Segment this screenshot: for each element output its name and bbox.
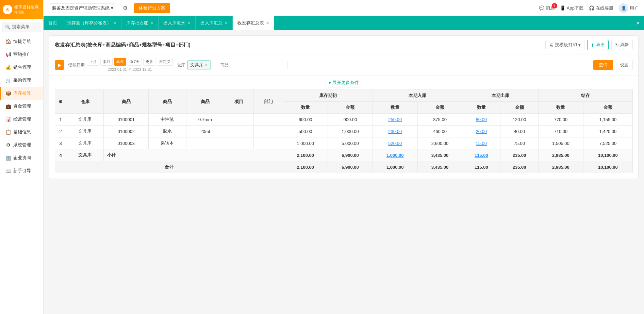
page-content: 收发存汇总表(按仓库+商品编码+商品+规格型号+项目+部门) 🖨 按模板打印 ▾… (44, 30, 644, 314)
row-in-qty[interactable]: 230.00 (373, 126, 417, 137)
total-out-amt: 235.00 (500, 161, 539, 173)
sidebar-item-enterprise[interactable]: 🏢 企业协同 (0, 151, 43, 164)
warehouse-more[interactable]: ... (213, 63, 216, 67)
row-product-name: 采访本 (149, 137, 186, 149)
query-btn[interactable]: 查询 (593, 60, 613, 70)
col-balance-amt-header: 金额 (583, 102, 632, 114)
sidebar-item-inventory[interactable]: 📦 库存核算 (0, 87, 43, 100)
row-department (253, 126, 283, 137)
system-title: 装备及固定资产辅助管理系统 (52, 5, 110, 11)
sidebar-item-marketing[interactable]: 📢 营销推广 (0, 48, 43, 61)
sidebar-item-label-purchase: 采购管理 (13, 77, 31, 83)
tab-inout-summary-label: 出入库汇总 (200, 20, 222, 26)
system-select[interactable]: 装备及固定资产辅助管理系统 ▾ (49, 3, 116, 13)
col-product-code-header: 商品 (104, 90, 149, 114)
sidebar-item-purchase[interactable]: 🛒 采购管理 (0, 74, 43, 87)
tab-batch-close[interactable]: ✕ (150, 21, 153, 26)
sidebar-item-quick-nav[interactable]: 🏠 快捷导航 (0, 35, 43, 48)
total-opening-amt: 6,900.00 (328, 161, 373, 173)
tab-inventory-dist[interactable]: 现存量（库存分布表） ✕ (62, 16, 121, 30)
warehouse-tag-close[interactable]: ✕ (205, 63, 208, 67)
print-btn[interactable]: 🖨 按模板打印 ▾ (545, 40, 584, 50)
sidebar-item-system[interactable]: ⚙ 系统管理 (0, 138, 43, 151)
online-service-btn[interactable]: 🎧 在线客服 (589, 5, 613, 11)
system-icon: ⚙ (5, 142, 11, 148)
row-in-qty[interactable]: 520.00 (373, 137, 417, 149)
row-index: 3 (55, 137, 66, 149)
row-out-qty[interactable]: 80.00 (462, 114, 500, 126)
export-btn[interactable]: ⬆ 导出 (587, 40, 609, 50)
table-row: 2 文具库 0100002 胶水 20ml 500.00 1,000.00 23… (55, 126, 633, 137)
col-settings-header[interactable]: ⚙ (55, 90, 66, 114)
product-filter-input[interactable] (231, 61, 288, 69)
export-icon: ⬆ (591, 43, 595, 48)
purchase-icon: 🛒 (5, 78, 11, 83)
tab-collect-summary[interactable]: 收发存汇总表 ✕ (233, 16, 274, 30)
subtotal-balance-amt: 10,100.00 (583, 149, 632, 161)
date-btn-more[interactable]: 更多 (143, 58, 155, 66)
total-opening-qty: 2,100.00 (283, 161, 328, 173)
date-btn-this-month[interactable]: 本月 (100, 58, 113, 66)
total-balance-amt: 10,100.00 (583, 161, 632, 173)
app-download-btn[interactable]: 📱 App下载 (560, 5, 583, 11)
sidebar-item-business[interactable]: 📊 经营管理 (0, 113, 43, 126)
sidebar-item-label-inventory: 库存核算 (13, 90, 31, 96)
filter-settings-btn[interactable]: 设置 (616, 60, 633, 70)
app-download-label: App下载 (567, 5, 583, 11)
messages-btn[interactable]: 💬 消息 6 (539, 5, 555, 11)
trial-btn[interactable]: 体验行业方案 (134, 3, 170, 13)
date-btn-7days[interactable]: 近7天 (128, 58, 142, 66)
sidebar-item-sales[interactable]: 💰 销售管理 (0, 61, 43, 74)
tabbar-close-all[interactable]: ✕ (632, 20, 644, 26)
col-in-amt-header: 金额 (417, 102, 462, 114)
subtotal-row: 4 文具库 小计 2,100.00 6,900.00 1,000.00 3,43… (55, 149, 633, 161)
sidebar-item-guide[interactable]: 📖 新手引导 (0, 164, 43, 177)
sidebar-item-label-quick-nav: 快捷导航 (13, 38, 31, 45)
search-menu-label: 搜索菜单 (12, 24, 30, 30)
page-header: 收发存汇总表(按仓库+商品编码+商品+规格型号+项目+部门) 🖨 按模板打印 ▾… (49, 36, 638, 54)
tabbar: 首页 现存量（库存分布表） ✕ 库存批次账 ✕ 出入库流水 ✕ 出入库汇总 ✕ … (44, 16, 644, 30)
subtotal-in-qty[interactable]: 1,000.00 (373, 149, 417, 161)
row-opening-amt: 5,000.00 (328, 137, 373, 149)
date-btn-this-year[interactable]: 本年 (114, 58, 126, 66)
tab-inout-summary-close[interactable]: ✕ (225, 21, 228, 26)
filter-toggle-btn[interactable]: ▶ (55, 60, 64, 70)
tab-inout-flow-close[interactable]: ✕ (187, 21, 191, 26)
subtotal-out-amt: 235.00 (500, 149, 539, 161)
tab-inout-flow[interactable]: 出入库流水 ✕ (159, 16, 196, 30)
settings-icon[interactable]: ⚙ (120, 3, 130, 13)
tab-inventory-dist-close[interactable]: ✕ (113, 21, 116, 26)
table-container: ⚙ 仓库 商品 商品 商品 项目 部门 库存期初 本期入库 本期出库 结存 (49, 89, 638, 179)
subtotal-out-qty[interactable]: 115.00 (462, 149, 500, 161)
tab-home[interactable]: 首页 (44, 16, 62, 30)
user-btn[interactable]: 👤 用户 (619, 3, 639, 13)
expand-conditions-btn[interactable]: ▾ 展开更多条件 (326, 78, 362, 87)
row-out-qty[interactable]: 15.00 (462, 137, 500, 149)
product-more[interactable]: ... (290, 63, 293, 67)
sidebar-item-finance[interactable]: 💼 资金管理 (0, 100, 43, 113)
total-in-qty: 1,000.00 (373, 161, 417, 173)
subtotal-opening-amt: 6,900.00 (328, 149, 373, 161)
col-period-in-group-header: 本期入库 (373, 90, 462, 102)
tab-collect-summary-close[interactable]: ✕ (266, 21, 269, 26)
sidebar-item-basic[interactable]: 📋 基础信息 (0, 126, 43, 138)
search-menu-btn[interactable]: 🔍 搜索菜单 (2, 22, 41, 32)
export-label: 导出 (596, 42, 605, 48)
tab-inout-flow-label: 出入库流水 (163, 20, 185, 26)
search-icon: 🔍 (5, 24, 11, 30)
row-product-name: 中性笔 (149, 114, 186, 126)
messages-badge: 6 (552, 3, 557, 9)
tab-batch[interactable]: 库存批次账 ✕ (121, 16, 159, 30)
tab-inout-summary[interactable]: 出入库汇总 ✕ (196, 16, 233, 30)
row-in-qty[interactable]: 250.00 (373, 114, 417, 126)
sidebar-item-label-system: 系统管理 (13, 142, 31, 148)
logo-title: 畅库通好生意 (14, 4, 39, 10)
date-btn-custom[interactable]: 自定义 (157, 58, 173, 66)
basic-icon: 📋 (5, 129, 11, 135)
col-opening-group-header: 库存期初 (283, 90, 373, 102)
tab-batch-label: 库存批次账 (126, 20, 148, 26)
row-out-qty[interactable]: 20.00 (462, 126, 500, 137)
row-opening-qty: 500.00 (283, 126, 328, 137)
refresh-btn[interactable]: ↻ 刷新 (611, 40, 633, 50)
date-btn-last-month[interactable]: 上月 (87, 58, 99, 66)
